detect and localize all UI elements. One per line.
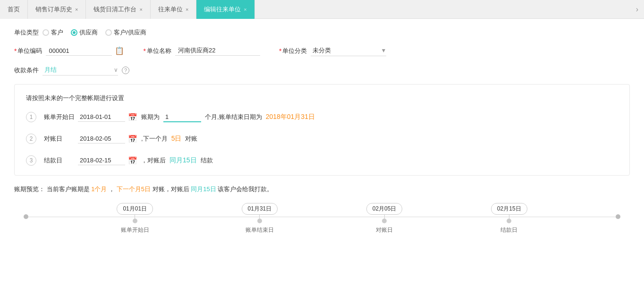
unit-info-row: * 单位编码 📋 * 单位名称 * 单位分类 未分类 ▼ <box>14 45 630 56</box>
node-bottom-0215: 结款日 <box>500 226 517 234</box>
period-calendar-icon-2[interactable]: 📅 <box>128 135 137 144</box>
radio-customer-circle <box>42 29 49 36</box>
main-content: 单位类型 客户 供应商 客户/供应商 * 单位编码 📋 * 单位名称 <box>0 19 644 287</box>
step-2-num: 2 <box>30 135 33 142</box>
unit-code-icon[interactable]: 📋 <box>115 46 124 55</box>
preview-highlight3: 同月15日 <box>191 186 216 193</box>
preview-label: 账期预览： <box>14 186 45 193</box>
unit-name-group: * 单位名称 <box>143 46 260 56</box>
preview-text3: 对账，对账后 <box>153 186 189 193</box>
period-card: 请按照未来的一个完整帐期进行设置 1 账单开始日 📅 账期为 个月,账单结束日期… <box>14 84 630 176</box>
radio-customer-label: 客户 <box>51 28 63 37</box>
period-suffix-text-2: 对账 <box>185 135 197 143</box>
unit-type-row: 单位类型 客户 供应商 客户/供应商 <box>14 28 630 37</box>
tab-home[interactable]: 首页 <box>0 0 28 19</box>
period-highlight-1: 2018年01月31日 <box>266 113 315 121</box>
preview-text: 账期预览： 当前客户账期是 1个月 ， 下一个月5日 对账，对账后 同月15日 … <box>14 185 630 194</box>
start-dot <box>24 214 28 219</box>
unit-classify-value: 未分类 <box>311 45 379 56</box>
period-prefix-text-3: ，对账后 <box>141 156 166 165</box>
unit-name-input[interactable] <box>175 46 260 56</box>
period-field-label-2: 对账日 <box>44 135 72 143</box>
tab-cash-work[interactable]: 钱货日清工作台 × <box>86 0 150 19</box>
tabs-bar: 首页 销售订单历史 × 钱货日清工作台 × 往来单位 × 编辑往来单位 × › <box>0 0 644 19</box>
tab-partner-unit[interactable]: 往来单位 × <box>151 0 196 19</box>
period-prefix-text-2: ,下一个月 <box>141 135 168 143</box>
period-num-input-1[interactable] <box>163 112 201 122</box>
radio-both-circle <box>105 29 112 36</box>
tab-sales-order-history[interactable]: 销售订单历史 × <box>28 0 86 19</box>
period-row-3: 3 结款日 📅 ，对账后 同月15日 结款 <box>26 155 618 166</box>
node-label-0215: 02月15日 <box>491 203 527 215</box>
period-field-label-1: 账单开始日 <box>44 113 72 121</box>
tab-edit-partner-unit-close[interactable]: × <box>244 7 246 12</box>
step-1-num: 1 <box>30 114 33 120</box>
node-stem-0205 <box>384 215 385 219</box>
tab-cash-work-label: 钱货日清工作台 <box>93 5 136 14</box>
unit-code-input[interactable] <box>46 46 112 56</box>
unit-name-label: 单位名称 <box>147 47 171 55</box>
radio-customer[interactable]: 客户 <box>42 28 63 37</box>
node-dot-0131 <box>257 219 262 223</box>
tab-partner-unit-close[interactable]: × <box>186 7 188 12</box>
preview-highlight2: 下一个月5日 <box>117 186 151 193</box>
timeline-node-0215: 02月15日 结款日 <box>491 203 527 234</box>
tabs-right-arrow[interactable]: › <box>630 5 644 14</box>
timeline-nodes: 01月01日 账单开始日 01月31日 账单结束日 02月05日 <box>24 203 620 234</box>
step-3: 3 <box>26 155 36 166</box>
timeline-node-0205: 02月05日 对账日 <box>366 203 403 234</box>
payment-condition-row: 收款条件 月结 ∨ ? <box>14 65 630 76</box>
tab-edit-partner-unit[interactable]: 编辑往来单位 × <box>196 0 254 19</box>
unit-code-required: * <box>14 47 17 55</box>
period-date-input-1[interactable] <box>78 112 125 122</box>
preview-highlight1: 1个月 <box>91 186 107 193</box>
period-date-input-3[interactable] <box>78 156 125 165</box>
unit-classify-arrow: ▼ <box>381 47 386 54</box>
preview-section: 账期预览： 当前客户账期是 1个月 ， 下一个月5日 对账，对账后 同月15日 … <box>14 185 630 244</box>
unit-type-radio-group: 客户 供应商 客户/供应商 <box>42 28 146 37</box>
period-highlight-3: 同月15日 <box>169 156 197 165</box>
node-dot-0205 <box>382 219 387 223</box>
timeline-node-0131: 01月31日 账单结束日 <box>242 203 278 234</box>
tab-sales-order-history-close[interactable]: × <box>75 7 78 12</box>
unit-type-label: 单位类型 <box>14 28 39 37</box>
node-bottom-0101: 账单开始日 <box>121 226 149 234</box>
node-stem-0215 <box>509 215 509 219</box>
node-dot-0215 <box>507 219 511 223</box>
timeline-node-0101: 01月01日 账单开始日 <box>117 203 153 234</box>
period-highlight-2: 5日 <box>171 135 182 143</box>
payment-condition-help-icon[interactable]: ? <box>122 67 129 74</box>
tab-partner-unit-label: 往来单位 <box>158 5 183 14</box>
radio-supplier-label: 供应商 <box>79 28 98 37</box>
node-bottom-0131: 账单结束日 <box>246 226 274 234</box>
payment-condition-value: 月结 <box>42 65 112 75</box>
period-calendar-icon-1[interactable]: 📅 <box>128 113 137 122</box>
period-field-label-3: 结款日 <box>44 156 72 165</box>
unit-code-group: * 单位编码 📋 <box>14 46 124 56</box>
unit-classify-group: * 单位分类 未分类 ▼ <box>279 45 386 56</box>
preview-text1: 当前客户账期是 <box>47 186 90 193</box>
period-calendar-icon-3[interactable]: 📅 <box>128 156 137 165</box>
payment-condition-arrow: ∨ <box>114 67 118 73</box>
timeline-end-dot <box>616 203 620 219</box>
period-mid-text-1: 账期为 <box>141 113 160 121</box>
radio-both[interactable]: 客户/供应商 <box>105 28 146 37</box>
end-dot <box>616 214 620 219</box>
radio-supplier[interactable]: 供应商 <box>71 28 98 37</box>
period-unit-text-1: 个月,账单结束日期为 <box>205 113 262 121</box>
period-date-input-2[interactable] <box>78 134 125 144</box>
unit-classify-select[interactable]: 未分类 ▼ <box>311 45 386 56</box>
step-2: 2 <box>26 134 36 144</box>
node-dot-0101 <box>133 219 137 223</box>
unit-classify-required: * <box>279 47 281 55</box>
radio-both-label: 客户/供应商 <box>114 28 146 37</box>
unit-code-label: 单位编码 <box>17 47 42 55</box>
radio-supplier-circle <box>71 29 77 36</box>
node-label-0101: 01月01日 <box>117 203 153 215</box>
tab-cash-work-close[interactable]: × <box>139 7 142 12</box>
period-card-title: 请按照未来的一个完整帐期进行设置 <box>26 94 618 102</box>
payment-condition-select[interactable]: 月结 ∨ <box>42 65 118 76</box>
step-1: 1 <box>26 112 36 122</box>
period-row-1: 1 账单开始日 📅 账期为 个月,账单结束日期为 2018年01月31日 <box>26 112 618 122</box>
preview-text4: 该客户会给我打款。 <box>218 186 273 193</box>
